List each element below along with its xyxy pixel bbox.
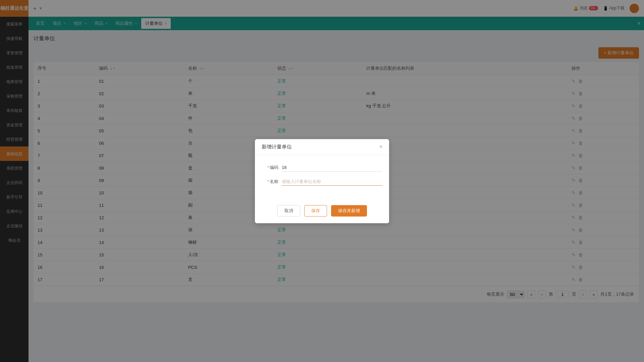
code-field-label: *编码 <box>262 165 282 171</box>
modal-close-button[interactable]: × <box>379 144 382 150</box>
modal-body: *编码 *名称 <box>255 155 389 200</box>
name-input[interactable] <box>282 178 382 186</box>
cancel-button[interactable]: 取消 <box>277 205 300 217</box>
modal-header: 新增计量单位 × <box>255 139 389 155</box>
code-input[interactable] <box>282 164 382 172</box>
form-row-code: *编码 <box>262 164 382 172</box>
modal-overlay[interactable]: 新增计量单位 × *编码 *名称 取消 保存 保存并新增 <box>0 0 644 362</box>
modal-footer: 取消 保存 保存并新增 <box>255 200 389 223</box>
name-field-label: *名称 <box>262 179 282 185</box>
add-measure-unit-modal: 新增计量单位 × *编码 *名称 取消 保存 保存并新增 <box>255 139 389 223</box>
save-and-add-button[interactable]: 保存并新增 <box>331 205 367 217</box>
save-button[interactable]: 保存 <box>304 205 327 217</box>
modal-title: 新增计量单位 <box>262 144 292 150</box>
form-row-name: *名称 <box>262 178 382 186</box>
